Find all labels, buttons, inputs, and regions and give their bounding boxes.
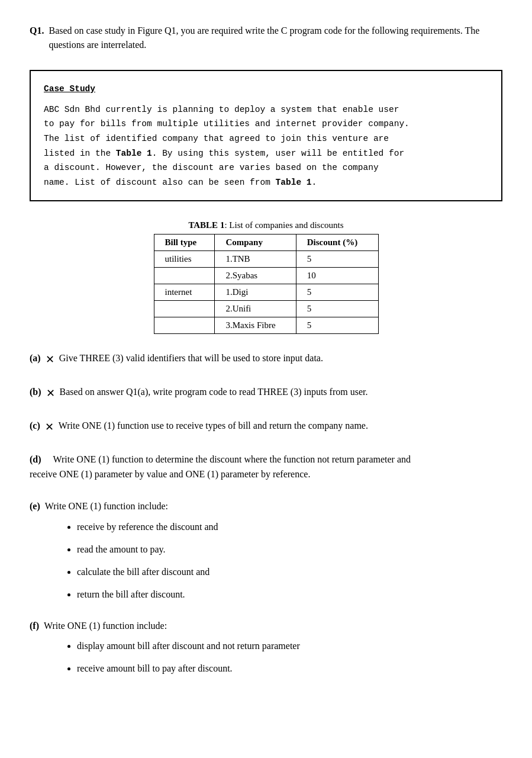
part-b-text: Based on answer Q1(a), write program cod… (60, 384, 368, 400)
cell-company: 2.Syabas (215, 268, 296, 284)
cell-discount: 5 (296, 284, 378, 301)
part-e-label: (e) (30, 499, 40, 514)
part-e-intro: Write ONE (1) function include: (45, 499, 168, 514)
table-row: utilities 1.TNB 5 (154, 251, 378, 268)
part-e-bullets: receive by reference the discount and re… (77, 520, 502, 602)
part-f-bullets: display amount bill after discount and n… (77, 639, 502, 676)
table-header-row: Bill type Company Discount (%) (154, 235, 378, 251)
case-study-box: Case Study ABC Sdn Bhd currently is plan… (30, 70, 502, 201)
cell-discount: 5 (296, 251, 378, 268)
table-caption-normal: : List of companies and discounts (224, 220, 343, 230)
part-c: (c) ✕ Write ONE (1) function use to rece… (30, 418, 502, 435)
part-b-label: (b) (30, 384, 41, 400)
table-caption-bold: TABLE 1 (188, 220, 224, 230)
x-mark-a: ✕ (46, 351, 54, 368)
table-row: internet 1.Digi 5 (154, 284, 378, 301)
table-row: 2.Syabas 10 (154, 268, 378, 284)
question-header: Q1. Based on case study in Figure Q1, yo… (30, 24, 502, 52)
col-header-bill-type: Bill type (154, 235, 215, 251)
companies-table: Bill type Company Discount (%) utilities… (154, 234, 379, 334)
part-e: (e) Write ONE (1) function include: rece… (30, 499, 502, 602)
cell-bill-type (154, 301, 215, 317)
part-f-label: (f) (30, 618, 39, 634)
table-row: 2.Unifi 5 (154, 301, 378, 317)
list-item: display amount bill after discount and n… (77, 639, 502, 653)
table-ref-2: Table 1 (276, 178, 312, 187)
cell-bill-type (154, 268, 215, 284)
x-mark-b: ✕ (46, 385, 55, 402)
part-d-text-first: Write ONE (1) function to determine the … (53, 452, 411, 467)
part-d-label: (d) (30, 452, 41, 467)
cell-discount: 5 (296, 301, 378, 317)
part-c-text: Write ONE (1) function use to receive ty… (59, 418, 368, 433)
part-a-label: (a) (30, 351, 41, 366)
col-header-company: Company (215, 235, 296, 251)
cell-company: 1.Digi (215, 284, 296, 301)
list-item: receive by reference the discount and (77, 520, 502, 534)
list-item: return the bill after discount. (77, 587, 502, 602)
cell-discount: 10 (296, 268, 378, 284)
cell-company: 1.TNB (215, 251, 296, 268)
question-text: Based on case study in Figure Q1, you ar… (49, 24, 502, 52)
cell-company: 2.Unifi (215, 301, 296, 317)
cell-bill-type (154, 317, 215, 334)
part-a-text: Give THREE (3) valid identifiers that wi… (59, 351, 323, 366)
part-d-text-second: receive ONE (1) parameter by value and O… (30, 469, 310, 479)
table-section: TABLE 1: List of companies and discounts… (30, 220, 502, 334)
list-item: calculate the bill after discount and (77, 565, 502, 579)
cell-discount: 5 (296, 317, 378, 334)
part-a-line: (a) ✕ Give THREE (3) valid identifiers t… (30, 351, 502, 368)
part-c-label: (c) (30, 418, 40, 433)
case-study-text: ABC Sdn Bhd currently is planning to dep… (44, 102, 488, 190)
part-f: (f) Write ONE (1) function include: disp… (30, 618, 502, 676)
part-d-second-line: receive ONE (1) parameter by value and O… (30, 467, 502, 482)
table-ref-1: Table 1 (116, 149, 152, 158)
cell-bill-type: utilities (154, 251, 215, 268)
case-study-title: Case Study (44, 82, 488, 97)
part-f-intro: Write ONE (1) function include: (44, 618, 167, 634)
part-d: (d) Write ONE (1) function to determine … (30, 452, 502, 482)
part-d-first-line: (d) Write ONE (1) function to determine … (30, 452, 502, 467)
list-item: read the amount to pay. (77, 542, 502, 557)
part-b-line: (b) ✕ Based on answer Q1(a), write progr… (30, 384, 502, 402)
list-item: receive amount bill to pay after discoun… (77, 661, 502, 676)
cell-bill-type: internet (154, 284, 215, 301)
table-caption: TABLE 1: List of companies and discounts (30, 220, 502, 230)
col-header-discount: Discount (%) (296, 235, 378, 251)
part-e-line: (e) Write ONE (1) function include: (30, 499, 502, 514)
part-a: (a) ✕ Give THREE (3) valid identifiers t… (30, 351, 502, 368)
part-c-line: (c) ✕ Write ONE (1) function use to rece… (30, 418, 502, 435)
cell-company: 3.Maxis Fibre (215, 317, 296, 334)
table-row: 3.Maxis Fibre 5 (154, 317, 378, 334)
x-mark-c: ✕ (45, 419, 54, 436)
part-b: (b) ✕ Based on answer Q1(a), write progr… (30, 384, 502, 402)
part-f-line: (f) Write ONE (1) function include: (30, 618, 502, 634)
question-label: Q1. (30, 24, 44, 52)
